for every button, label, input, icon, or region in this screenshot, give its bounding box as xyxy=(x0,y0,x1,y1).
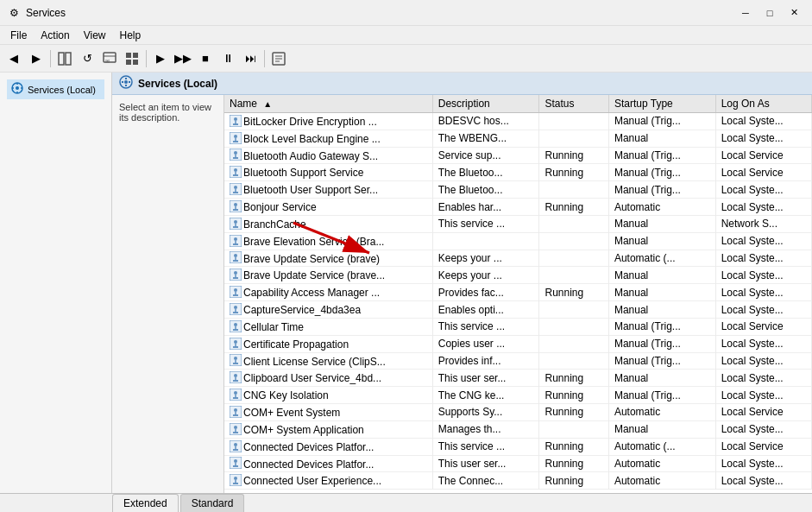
col-startup-type[interactable]: Startup Type xyxy=(608,95,715,113)
cell-status xyxy=(539,301,608,319)
svg-point-81 xyxy=(234,306,237,309)
close-button[interactable]: ✕ xyxy=(783,4,805,22)
cell-desc: Manages th... xyxy=(432,420,539,438)
toolbar-play2[interactable]: ▶▶ xyxy=(173,48,193,69)
cell-status xyxy=(539,318,608,335)
col-name[interactable]: Name ▲ xyxy=(224,95,432,113)
cell-status xyxy=(539,215,608,232)
window-title: Services xyxy=(26,7,734,19)
cell-status xyxy=(539,113,608,130)
table-row[interactable]: Certificate Propagation Copies user ... … xyxy=(224,335,812,352)
toolbar-view1[interactable] xyxy=(122,48,142,69)
svg-point-111 xyxy=(234,408,237,412)
table-row[interactable]: Brave Elevation Service (Bra... Manual L… xyxy=(224,232,812,250)
svg-point-101 xyxy=(234,374,237,377)
toolbar-back[interactable]: ◀ xyxy=(3,48,24,69)
col-status[interactable]: Status xyxy=(539,95,608,113)
cell-desc: Enables opti... xyxy=(432,301,539,319)
cell-startup: Manual (Trig... xyxy=(608,335,715,352)
toolbar-stop[interactable]: ■ xyxy=(195,48,216,69)
svg-point-86 xyxy=(234,323,237,326)
cell-desc: Keeps your ... xyxy=(432,250,539,267)
toolbar-show-hide[interactable] xyxy=(54,48,75,69)
cell-status: Running xyxy=(539,284,608,301)
maximize-button[interactable]: □ xyxy=(758,4,781,22)
sidebar-item-label: Services (Local) xyxy=(28,85,96,95)
description-text: Select an item to view its description. xyxy=(119,102,211,123)
table-row[interactable]: CNG Key Isolation The CNG ke... Running … xyxy=(224,387,812,404)
toolbar-play[interactable]: ▶ xyxy=(150,48,171,69)
tab-extended[interactable]: Extended xyxy=(112,494,179,512)
cell-desc: The Connec... xyxy=(432,472,539,490)
cell-name: Connected Devices Platfor... xyxy=(224,455,432,472)
cell-status xyxy=(539,250,608,267)
table-row[interactable]: Connected Devices Platfor... This servic… xyxy=(224,438,812,455)
table-row[interactable]: Brave Update Service (brave) Keeps your … xyxy=(224,250,812,267)
menu-action[interactable]: Action xyxy=(34,28,76,43)
cell-startup: Manual xyxy=(608,215,715,232)
services-table-container[interactable]: Name ▲ Description Status Startup Type L… xyxy=(224,95,812,493)
table-row[interactable]: Connected User Experience... The Connec.… xyxy=(224,472,812,490)
minimize-button[interactable]: ─ xyxy=(734,4,757,22)
svg-rect-7 xyxy=(126,60,131,65)
sidebar-item-services-local[interactable]: Services (Local) xyxy=(7,79,104,99)
cell-status xyxy=(539,420,608,438)
cell-startup: Manual xyxy=(608,301,715,319)
cell-name: Connected Devices Platfor... xyxy=(224,438,432,455)
cell-logon: Local Syste... xyxy=(715,113,811,130)
table-row[interactable]: Bluetooth Audio Gateway S... Service sup… xyxy=(224,147,812,164)
table-row[interactable]: Connected Devices Platfor... This user s… xyxy=(224,455,812,472)
toolbar-pause[interactable]: ⏸ xyxy=(217,48,238,69)
cell-logon: Network S... xyxy=(715,215,811,232)
cell-status: Running xyxy=(539,164,608,181)
table-row[interactable]: Client License Service (ClipS... Provide… xyxy=(224,352,812,370)
table-row[interactable]: Bluetooth Support Service The Bluetoo...… xyxy=(224,164,812,181)
col-log-on-as[interactable]: Log On As xyxy=(715,95,811,113)
sort-arrow-icon: ▲ xyxy=(263,99,272,109)
col-description[interactable]: Description xyxy=(432,95,539,113)
cell-name: Clipboard User Service_4bd... xyxy=(224,370,432,387)
menu-file[interactable]: File xyxy=(3,28,34,43)
cell-startup: Automatic xyxy=(608,455,715,472)
cell-status: Running xyxy=(539,472,608,490)
cell-startup: Manual (Trig... xyxy=(608,387,715,404)
cell-status xyxy=(539,352,608,370)
cell-desc: BDESVC hos... xyxy=(432,113,539,130)
table-row[interactable]: COM+ System Application Manages th... Ma… xyxy=(224,420,812,438)
table-row[interactable]: BranchCache This service ... Manual Netw… xyxy=(224,215,812,232)
table-row[interactable]: Capability Access Manager ... Provides f… xyxy=(224,284,812,301)
toolbar-refresh[interactable]: ↺ xyxy=(77,48,98,69)
table-row[interactable]: COM+ Event System Supports Sy... Running… xyxy=(224,404,812,421)
tab-standard[interactable]: Standard xyxy=(180,494,245,512)
cell-desc: The Bluetoo... xyxy=(432,181,539,199)
cell-name: CaptureService_4bda3ea xyxy=(224,301,432,319)
toolbar-forward[interactable]: ▶ xyxy=(26,48,47,69)
toolbar-export[interactable]: ✉ xyxy=(99,48,120,69)
table-row[interactable]: Brave Update Service (brave... Keeps you… xyxy=(224,267,812,284)
cell-startup: Manual xyxy=(608,284,715,301)
cell-logon: Local Service xyxy=(715,147,811,164)
toolbar-restart[interactable]: ⏭ xyxy=(240,48,261,69)
table-row[interactable]: Bonjour Service Enables har... Running A… xyxy=(224,199,812,216)
menu-help[interactable]: Help xyxy=(113,28,148,43)
table-row[interactable]: CaptureService_4bda3ea Enables opti... M… xyxy=(224,301,812,319)
description-sidebar: Select an item to view its description. xyxy=(112,95,224,493)
svg-point-24 xyxy=(124,80,128,84)
cell-name: BranchCache xyxy=(224,215,432,232)
table-row[interactable]: Bluetooth User Support Ser... The Blueto… xyxy=(224,181,812,199)
services-tbody: BitLocker Drive Encryption ... BDESVC ho… xyxy=(224,113,812,490)
svg-point-51 xyxy=(234,203,237,206)
cell-desc: Provides fac... xyxy=(432,284,539,301)
menu-view[interactable]: View xyxy=(77,28,113,43)
cell-desc: This service ... xyxy=(432,318,539,335)
table-row[interactable]: BitLocker Drive Encryption ... BDESVC ho… xyxy=(224,113,812,130)
svg-point-116 xyxy=(234,426,237,429)
table-row[interactable]: Cellular Time This service ... Manual (T… xyxy=(224,318,812,335)
cell-logon: Local Service xyxy=(715,404,811,421)
cell-name: COM+ System Application xyxy=(224,420,432,438)
table-row[interactable]: Clipboard User Service_4bd... This user … xyxy=(224,370,812,387)
svg-point-96 xyxy=(234,357,237,360)
cell-logon: Local Syste... xyxy=(715,301,811,319)
toolbar-properties[interactable] xyxy=(268,48,289,69)
table-row[interactable]: Block Level Backup Engine ... The WBENG.… xyxy=(224,130,812,147)
